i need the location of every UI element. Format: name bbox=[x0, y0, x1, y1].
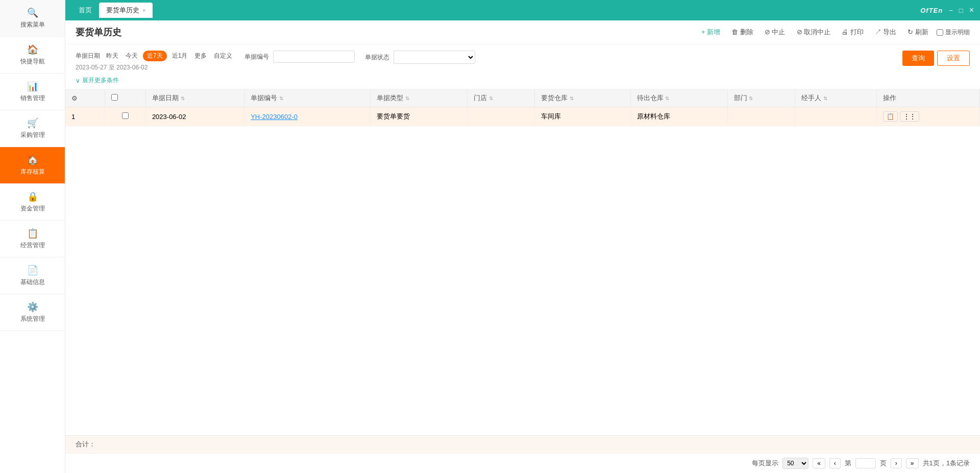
doc-number-link[interactable]: YH-20230602-0 bbox=[251, 113, 298, 121]
brand-label: OfTEn bbox=[920, 7, 943, 14]
sales-mgmt-icon: 📊 bbox=[27, 81, 38, 92]
settings-button[interactable]: 设置 bbox=[937, 51, 970, 66]
select-all-checkbox[interactable] bbox=[111, 94, 118, 101]
basic-info-icon: 📄 bbox=[27, 265, 38, 276]
sidebar-item-basic-info[interactable]: 📄基础信息 bbox=[0, 257, 65, 294]
table-row[interactable]: 12023-06-02YH-20230602-0要货单要货车间库原材料仓库 📋 … bbox=[65, 107, 980, 126]
first-page-btn[interactable]: « bbox=[813, 458, 825, 468]
query-button[interactable]: 查询 bbox=[902, 51, 934, 66]
sidebar-item-system-mgmt[interactable]: ⚙️系统管理 bbox=[0, 294, 65, 331]
date-tag-last_month[interactable]: 近1月 bbox=[170, 51, 190, 61]
date-tag-yesterday[interactable]: 昨天 bbox=[104, 51, 120, 61]
col-pending_warehouse[interactable]: 待出仓库 ⇅ bbox=[630, 89, 727, 107]
sort-icon-doc_type: ⇅ bbox=[405, 96, 409, 101]
per-page-label: 每页显示 bbox=[752, 459, 778, 468]
col-doc_number[interactable]: 单据编号 ⇅ bbox=[244, 89, 371, 107]
cancel-suspend-button[interactable]: ⊘ 取消中止 bbox=[794, 26, 834, 39]
page-number-input[interactable]: 1 bbox=[855, 458, 876, 468]
minimize-btn[interactable]: − bbox=[949, 7, 953, 14]
sort-icon-handler: ⇅ bbox=[823, 96, 827, 101]
col-label-req_warehouse: 要货仓库 bbox=[541, 94, 568, 102]
col-department[interactable]: 部门 ⇅ bbox=[727, 89, 795, 107]
delete-button[interactable]: 🗑 删除 bbox=[728, 26, 756, 39]
expand-more-btn[interactable]: ∨ 展开更多条件 bbox=[76, 76, 970, 85]
col-operation: 操作 bbox=[876, 89, 979, 107]
col-doc_date[interactable]: 单据日期 ⇅ bbox=[145, 89, 244, 107]
table-settings-icon[interactable]: ⚙ bbox=[71, 94, 78, 102]
filter-right: 查询 设置 bbox=[902, 51, 970, 66]
topbar-right: OfTEn − □ × bbox=[920, 6, 974, 15]
col-label-operation: 操作 bbox=[883, 94, 896, 102]
add-button[interactable]: + 新增 bbox=[698, 26, 723, 39]
close-window-btn[interactable]: × bbox=[969, 6, 974, 15]
sort-icon-doc_date: ⇅ bbox=[181, 96, 185, 101]
tab-home[interactable]: 首页 bbox=[71, 3, 99, 18]
topbar-tabs: 首页要货单历史× bbox=[71, 3, 153, 18]
main-content: 首页要货单历史× OfTEn − □ × 要货单历史 + 新增 🗑 删除 ⊘ 中… bbox=[65, 0, 980, 473]
table-head: ⚙单据日期 ⇅单据编号 ⇅单据类型 ⇅门店 ⇅要货仓库 ⇅待出仓库 ⇅部门 ⇅经… bbox=[65, 89, 980, 107]
sidebar-item-finance-mgmt[interactable]: 🔒资金管理 bbox=[0, 184, 65, 221]
filter-main-row: 单据日期 昨天今天近7天近1月更多自定义 2023-05-27 至 2023-0… bbox=[76, 51, 970, 72]
refresh-button[interactable]: ↻ 刷新 bbox=[904, 26, 932, 39]
per-page-select[interactable]: 102050100 bbox=[782, 458, 808, 469]
col-doc_type[interactable]: 单据类型 ⇅ bbox=[370, 89, 467, 107]
sidebar-item-sales-mgmt[interactable]: 📊销售管理 bbox=[0, 74, 65, 110]
date-filter-group: 单据日期 昨天今天近7天近1月更多自定义 2023-05-27 至 2023-0… bbox=[76, 51, 234, 72]
sort-icon-department: ⇅ bbox=[749, 96, 753, 101]
date-tag-more[interactable]: 更多 bbox=[192, 51, 209, 61]
tab-requisition-history[interactable]: 要货单历史× bbox=[99, 3, 153, 18]
tab-label: 要货单历史 bbox=[106, 6, 139, 15]
tab-close-icon[interactable]: × bbox=[142, 7, 145, 13]
prev-page-btn[interactable]: ‹ bbox=[829, 458, 841, 468]
show-detail-checkbox[interactable] bbox=[937, 29, 943, 36]
inventory-mgmt-icon: 🏠 bbox=[27, 154, 38, 165]
sidebar-item-label: 库存核算 bbox=[20, 168, 45, 176]
show-detail-toggle[interactable]: 显示明细 bbox=[937, 28, 970, 37]
sidebar-item-operations-mgmt[interactable]: 📋经营管理 bbox=[0, 221, 65, 257]
sidebar-item-search-menu[interactable]: 🔍搜索菜单 bbox=[0, 0, 65, 37]
row-doc-type: 要货单要货 bbox=[370, 107, 467, 126]
date-range-display: 2023-05-27 至 2023-06-02 bbox=[76, 63, 234, 72]
col-req_warehouse[interactable]: 要货仓库 ⇅ bbox=[535, 89, 630, 107]
date-tag-last7[interactable]: 近7天 bbox=[143, 51, 167, 61]
expand-more-label: 展开更多条件 bbox=[82, 76, 119, 85]
col-handler[interactable]: 经手人 ⇅ bbox=[795, 89, 877, 107]
show-detail-label-text: 显示明细 bbox=[945, 28, 970, 37]
tab-label: 首页 bbox=[79, 6, 92, 15]
doc-status-select[interactable] bbox=[394, 51, 475, 64]
sort-icon-store: ⇅ bbox=[489, 96, 493, 101]
print-button[interactable]: 🖨 打印 bbox=[839, 26, 867, 39]
toolbar: + 新增 🗑 删除 ⊘ 中止 ⊘ 取消中止 🖨 打印 ↗ 导出 ↻ 刷新 显示明… bbox=[698, 26, 970, 39]
sidebar-item-purchase-mgmt[interactable]: 🛒采购管理 bbox=[0, 110, 65, 147]
row-doc-number: YH-20230602-0 bbox=[244, 107, 371, 126]
sidebar: 🔍搜索菜单🏠快捷导航📊销售管理🛒采购管理🏠库存核算🔒资金管理📋经营管理📄基础信息… bbox=[0, 0, 65, 473]
doc-number-input[interactable] bbox=[273, 51, 355, 63]
date-tag-custom[interactable]: 自定义 bbox=[212, 51, 234, 61]
next-page-btn[interactable]: › bbox=[891, 458, 902, 468]
row-op-detail-btn[interactable]: 📋 bbox=[883, 111, 898, 122]
purchase-mgmt-icon: 🛒 bbox=[27, 117, 38, 129]
row-op-more-btn[interactable]: ⋮⋮ bbox=[900, 111, 919, 122]
doc-number-label: 单据编号 bbox=[244, 53, 269, 61]
sidebar-item-label: 快捷导航 bbox=[20, 57, 45, 66]
sidebar-item-label: 经营管理 bbox=[20, 241, 45, 250]
doc-number-filter-group: 单据编号 bbox=[244, 51, 355, 63]
sidebar-item-inventory-mgmt[interactable]: 🏠库存核算 bbox=[0, 147, 65, 184]
row-doc-date: 2023-06-02 bbox=[145, 107, 244, 126]
current-page-prefix: 第 bbox=[845, 459, 851, 468]
summary-label: 合计： bbox=[76, 440, 95, 448]
maximize-btn[interactable]: □ bbox=[959, 7, 963, 14]
pagination: 每页显示 102050100 « ‹ 第 1 页 › » 共1页，1条记录 bbox=[65, 453, 980, 473]
last-page-btn[interactable]: » bbox=[906, 458, 919, 468]
row-handler bbox=[795, 107, 877, 126]
col-store[interactable]: 门店 ⇅ bbox=[468, 89, 535, 107]
row-operations: 📋 ⋮⋮ bbox=[876, 107, 979, 126]
date-tag-today[interactable]: 今天 bbox=[124, 51, 140, 61]
search-menu-icon: 🔍 bbox=[27, 7, 38, 18]
export-button[interactable]: ↗ 导出 bbox=[872, 26, 900, 39]
system-mgmt-icon: ⚙️ bbox=[27, 301, 38, 313]
sidebar-item-quick-nav[interactable]: 🏠快捷导航 bbox=[0, 37, 65, 74]
suspend-button[interactable]: ⊘ 中止 bbox=[762, 26, 789, 39]
date-filter-label: 单据日期 bbox=[76, 52, 100, 60]
row-checkbox[interactable] bbox=[122, 112, 129, 119]
